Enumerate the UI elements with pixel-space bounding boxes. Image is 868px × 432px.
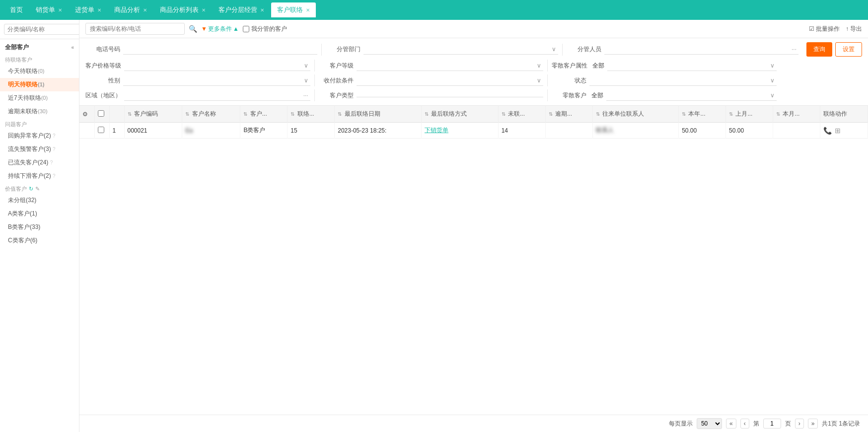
filter-icon: ▼ bbox=[201, 25, 207, 32]
phone-field: 电话号码 bbox=[85, 44, 317, 55]
col-checkbox[interactable] bbox=[94, 106, 109, 123]
export-button[interactable]: ↑ 导出 bbox=[846, 25, 862, 33]
batch-op-button[interactable]: ☑ 批量操作 bbox=[809, 25, 840, 33]
nav-home[interactable]: 首页 bbox=[4, 2, 29, 17]
retail-customer-value: 全部 bbox=[591, 91, 603, 100]
close-icon[interactable]: ✕ bbox=[58, 7, 62, 13]
retail-customer-select[interactable]: ∨ bbox=[606, 90, 777, 101]
sidebar-problem-group-label: 问题客户 bbox=[0, 118, 79, 129]
sidebar-search-input[interactable] bbox=[4, 24, 79, 35]
sidebar-item-overdue-contact[interactable]: 逾期未联络(30) bbox=[0, 105, 79, 118]
close-icon[interactable]: ✕ bbox=[202, 7, 206, 13]
divider bbox=[547, 74, 548, 86]
settings-button[interactable]: 设置 bbox=[835, 42, 862, 57]
phone-action-icon[interactable]: 📞 bbox=[823, 127, 832, 135]
customer-type-select[interactable] bbox=[357, 94, 544, 97]
page-input[interactable] bbox=[763, 419, 781, 429]
sidebar-item-abnormal-repurchase[interactable]: 回购异常客户(2) ? bbox=[0, 129, 79, 143]
adv-filter-row-4: 区域（地区） ··· 客户类型 零散客户 全部 ∨ bbox=[85, 89, 862, 101]
edit-icon[interactable]: ✎ bbox=[35, 186, 40, 192]
retail-customer-label: 零散客户 bbox=[552, 91, 586, 100]
select-all-checkbox[interactable] bbox=[98, 110, 104, 117]
col-customer-code: ⇅ 客户编码 bbox=[124, 106, 182, 123]
search-input[interactable] bbox=[85, 23, 185, 35]
retail-customer-field: 零散客户 全部 ∨ bbox=[552, 90, 777, 101]
price-level-label: 客户价格等级 bbox=[85, 62, 121, 70]
sidebar-item-churn-warning[interactable]: 流失预警客户(3) ? bbox=[0, 143, 79, 156]
nav-customer-layering[interactable]: 客户分层经营 ✕ bbox=[213, 2, 270, 17]
nav-sales-order[interactable]: 销货单 ✕ bbox=[30, 2, 68, 17]
page-label: 第 bbox=[753, 420, 759, 428]
sidebar-item-churned[interactable]: 已流失客户(24) ? bbox=[0, 156, 79, 169]
divider bbox=[321, 44, 322, 56]
nav-product-analysis[interactable]: 商品分析 ✕ bbox=[108, 2, 153, 17]
divider bbox=[562, 44, 563, 56]
chevron-up-icon: ▲ bbox=[233, 25, 239, 32]
col-not-contacted: ⇅ 未联... bbox=[498, 106, 545, 123]
filter-action-buttons: 查询 设置 bbox=[806, 42, 862, 57]
dept-field: 分管部门 ∨ bbox=[326, 44, 558, 55]
col-this-year: ⇅ 本年... bbox=[679, 106, 726, 123]
close-icon[interactable]: ✕ bbox=[260, 7, 264, 13]
col-icon: ⇅ bbox=[682, 111, 686, 117]
manager-select[interactable]: ··· bbox=[604, 44, 798, 55]
status-label: 状态 bbox=[552, 76, 586, 85]
first-page-button[interactable]: « bbox=[726, 419, 736, 429]
next-page-button[interactable]: › bbox=[795, 419, 804, 429]
customer-level-select[interactable]: ∨ bbox=[357, 61, 544, 71]
adv-filter-row-1: 电话号码 分管部门 ∨ 分管人员 ··· bbox=[85, 42, 862, 57]
sidebar-item-tomorrow-contact[interactable]: 明天待联络(1) bbox=[0, 78, 79, 91]
sidebar-item-ungrouped[interactable]: 未分组(32) bbox=[0, 194, 79, 207]
row-checkbox[interactable] bbox=[98, 127, 104, 133]
prev-page-button[interactable]: ‹ bbox=[740, 419, 749, 429]
last-contact-link[interactable]: 下销货单 bbox=[425, 127, 448, 134]
search-button[interactable]: 🔍 bbox=[189, 25, 197, 33]
status-select[interactable]: ∨ bbox=[589, 75, 777, 86]
cell-last-contact-method[interactable]: 下销货单 bbox=[422, 123, 499, 139]
refresh-icon[interactable]: ↻ bbox=[29, 186, 33, 192]
page-suffix: 页 bbox=[785, 420, 791, 428]
col-last-contact-date: ⇅ 最后联络日期 bbox=[335, 106, 422, 123]
customer-table: ⚙ ⇅ 客户编码 ⇅ 客户名称 ⇅ 客户... bbox=[79, 106, 868, 139]
cell-actions: 📞 ⊞ bbox=[820, 123, 868, 139]
my-customers-checkbox-label[interactable]: 我分管的客户 bbox=[243, 25, 287, 33]
dept-select[interactable]: ∨ bbox=[363, 44, 558, 55]
close-icon[interactable]: ✕ bbox=[97, 7, 101, 13]
nav-purchase-order[interactable]: 进货单 ✕ bbox=[69, 2, 107, 17]
query-button[interactable]: 查询 bbox=[806, 42, 832, 57]
retail-attr-label: 零散客户属性 bbox=[552, 62, 587, 70]
per-page-select[interactable]: 50 100 200 bbox=[697, 418, 722, 429]
table-row: 1 000021 Ea B类客户 15 2023-05-23 18:25: 下销… bbox=[79, 123, 868, 139]
sidebar-item-class-c[interactable]: C类客户(6) bbox=[0, 234, 79, 247]
more-conditions-button[interactable]: ▼ 更多条件 ▲ bbox=[201, 25, 239, 33]
col-icon: ⇅ bbox=[729, 111, 733, 117]
nav-customer-contact[interactable]: 客户联络 ✕ bbox=[271, 2, 316, 17]
sidebar-item-class-a[interactable]: A类客户(1) bbox=[0, 207, 79, 220]
payment-terms-select[interactable]: ∨ bbox=[357, 75, 544, 86]
cell-overdue bbox=[545, 123, 592, 139]
retail-attr-select[interactable]: ∨ bbox=[607, 61, 777, 71]
price-level-select[interactable]: ∨ bbox=[124, 61, 310, 71]
phone-input[interactable] bbox=[123, 44, 317, 55]
last-page-button[interactable]: » bbox=[808, 419, 818, 429]
action-icons: 📞 ⊞ bbox=[823, 127, 865, 135]
divider bbox=[314, 60, 315, 72]
menu-action-icon[interactable]: ⊞ bbox=[835, 127, 841, 135]
col-settings[interactable]: ⚙ bbox=[79, 106, 94, 123]
sidebar-item-7day-contact[interactable]: 近7天待联络(0) bbox=[0, 91, 79, 105]
cell-code: 000021 bbox=[124, 123, 182, 139]
gender-field: 性别 ∨ bbox=[85, 75, 310, 86]
sidebar-item-today-contact[interactable]: 今天待联络(0) bbox=[0, 65, 79, 78]
close-icon[interactable]: ✕ bbox=[306, 7, 310, 13]
sidebar-item-declining[interactable]: 持续下滑客户(2) ? bbox=[0, 169, 79, 183]
close-icon[interactable]: ✕ bbox=[143, 7, 147, 13]
sidebar-item-class-b[interactable]: B类客户(33) bbox=[0, 220, 79, 234]
region-select[interactable]: ··· bbox=[124, 90, 310, 101]
col-unit-contacts: ⇅ 往来单位联系人 bbox=[592, 106, 679, 123]
my-customers-checkbox[interactable] bbox=[243, 26, 249, 32]
sidebar-all-customers[interactable]: 全部客户 « bbox=[0, 39, 79, 54]
gender-select[interactable]: ∨ bbox=[123, 75, 310, 86]
cell-checkbox[interactable] bbox=[94, 123, 109, 139]
per-page-label: 每页显示 bbox=[669, 420, 693, 428]
nav-product-analysis-list[interactable]: 商品分析列表 ✕ bbox=[154, 2, 212, 17]
